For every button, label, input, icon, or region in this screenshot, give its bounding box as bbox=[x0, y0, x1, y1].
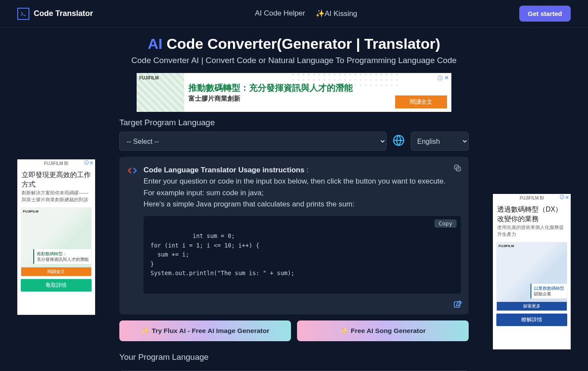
info-icon[interactable]: i bbox=[560, 195, 564, 199]
copy-icon[interactable] bbox=[453, 164, 462, 172]
instructions-heading: Code Language Translator Usage instructi… bbox=[144, 166, 304, 174]
instructions-line3: Here's a simple Java program that calcul… bbox=[144, 200, 355, 208]
header: Code Translator AI Code Helper ✨AI Kissi… bbox=[0, 0, 588, 28]
ad-right-band1: 以業務數碼轉型 bbox=[534, 285, 564, 291]
ad-left-band2: 充分發揮資訊與人才的潛能 bbox=[37, 257, 89, 262]
ad-left-tag: FUJIFILM BI i ✕ bbox=[17, 159, 95, 168]
promo-song-button[interactable]: ✨ Free AI Song Generator bbox=[297, 320, 469, 341]
info-icon[interactable]: ⓘ bbox=[438, 75, 443, 82]
ad-right-headline: 透過數碼轉型（DX）改變你的業務 bbox=[493, 202, 571, 224]
ad-left-controls[interactable]: i ✕ bbox=[84, 160, 93, 166]
nav-links: AI Code Helper ✨AI Kissing bbox=[93, 9, 519, 18]
ad-right-img-brand: FUJIFILM bbox=[499, 244, 514, 248]
ad-left-image: FUJIFILM 推動數碼轉型： 充分發揮資訊與人才的潛能 閱讀全文 bbox=[21, 207, 92, 276]
ad-right[interactable]: FUJIFILM BI i ✕ 透過數碼轉型（DX）改變你的業務 使用先進的技術… bbox=[493, 194, 571, 349]
ad-banner-cta[interactable]: 閱讀全文 bbox=[395, 95, 447, 108]
ad-banner-decor bbox=[291, 73, 399, 86]
promo-row: ✨ Try Flux AI - Free AI Image Generator … bbox=[119, 320, 469, 341]
ad-left-strip: 閱讀全文 bbox=[21, 267, 91, 276]
output-language-select[interactable]: English bbox=[411, 132, 469, 151]
promo-song-label: Free AI Song Generator bbox=[351, 327, 425, 335]
sparkle-icon: ✨ bbox=[141, 327, 149, 335]
ad-right-image: FUJIFILM 以業務數碼轉型 賦能企業 探索更多 bbox=[496, 242, 567, 311]
code-icon bbox=[127, 165, 137, 294]
target-language-select[interactable]: -- Select -- bbox=[119, 132, 387, 151]
ad-banner-controls[interactable]: ⓘ ✕ bbox=[438, 75, 449, 82]
close-icon[interactable]: ✕ bbox=[444, 75, 449, 82]
globe-icon[interactable] bbox=[393, 134, 405, 148]
instructions-line1: Enter your question or code in the input… bbox=[144, 177, 445, 185]
ad-right-band: 以業務數碼轉型 賦能企業 bbox=[530, 284, 567, 298]
ad-banner-brand-box: FUJIFILM bbox=[137, 73, 184, 112]
promo-flux-button[interactable]: ✨ Try Flux AI - Free AI Image Generator bbox=[119, 320, 291, 341]
ad-left-brand: FUJIFILM BI bbox=[44, 161, 68, 166]
title-accent: AI bbox=[148, 35, 163, 52]
hero: AI Code Converter(Generator | Translator… bbox=[0, 28, 588, 69]
ad-right-sub: 使用先進的技術來個人化服務提升生產力 bbox=[493, 224, 571, 240]
your-language-label: Your Program Language bbox=[119, 352, 469, 362]
nav-ai-kissing[interactable]: ✨AI Kissing bbox=[316, 9, 358, 18]
nav-ai-code-helper[interactable]: AI Code Helper bbox=[255, 9, 305, 18]
promo-flux-label: Try Flux AI - Free AI Image Generator bbox=[152, 327, 269, 335]
brand-text: Code Translator bbox=[34, 9, 93, 18]
instructions-line2: For example input: sum code in java; bbox=[144, 189, 264, 197]
copy-code-button[interactable]: Copy bbox=[435, 219, 457, 228]
ad-left[interactable]: FUJIFILM BI i ✕ 立即發現更高效的工作方式 創新解決方案助你未雨綢… bbox=[17, 159, 95, 315]
ad-left-headline: 立即發現更高效的工作方式 bbox=[17, 168, 95, 190]
ad-left-img-brand: FUJIFILM bbox=[23, 209, 38, 213]
ad-banner-brand: FUJIFILM bbox=[139, 76, 159, 80]
ad-left-cta[interactable]: 敬取詳情 bbox=[21, 279, 92, 292]
close-icon[interactable]: ✕ bbox=[565, 195, 569, 200]
instructions-colon: : bbox=[304, 166, 308, 174]
example-code-block: Copyint sum = 0; for (int i = 1; i <= 10… bbox=[144, 216, 461, 293]
target-language-label: Target Program Language bbox=[119, 118, 469, 127]
ad-right-strip: 探索更多 bbox=[497, 302, 567, 311]
ad-right-tag: FUJIFILM BI i ✕ bbox=[493, 194, 571, 202]
ad-left-band: 推動數碼轉型： 充分發揮資訊與人才的潛能 bbox=[33, 249, 91, 264]
sparkle-icon: ✨ bbox=[340, 327, 348, 335]
ad-left-sub: 創新解決方案助你未雨綢繆——與富士膠片商業創新總裁的對談 bbox=[17, 190, 95, 206]
ad-banner-line2: 富士膠片商業創新 bbox=[189, 95, 391, 103]
ad-right-band2: 賦能企業 bbox=[534, 291, 564, 297]
page-subtitle: Code Converter AI | Convert Code or Natu… bbox=[0, 56, 588, 65]
instructions-panel: Code Language Translator Usage instructi… bbox=[119, 157, 469, 314]
page-title: AI Code Converter(Generator | Translator… bbox=[0, 35, 588, 52]
ad-left-band1: 推動數碼轉型： bbox=[37, 251, 89, 257]
terminal-icon bbox=[17, 8, 29, 20]
get-started-button[interactable]: Get started bbox=[519, 6, 571, 22]
ad-right-controls[interactable]: i ✕ bbox=[560, 195, 569, 200]
ad-banner[interactable]: FUJIFILM 推動數碼轉型：充分發揮資訊與人才的潛能 富士膠片商業創新 閱讀… bbox=[137, 73, 451, 112]
edit-icon[interactable] bbox=[453, 300, 463, 309]
title-rest: Code Converter(Generator | Translator) bbox=[163, 35, 440, 52]
example-code: int sum = 0; for (int i = 1; i <= 10; i+… bbox=[150, 232, 294, 276]
close-icon[interactable]: ✕ bbox=[89, 160, 93, 166]
ad-right-brand: FUJIFILM BI bbox=[520, 196, 544, 200]
info-icon[interactable]: i bbox=[84, 160, 89, 165]
brand-logo[interactable]: Code Translator bbox=[17, 8, 93, 20]
ad-right-cta[interactable]: 瞭解詳情 bbox=[496, 314, 567, 326]
